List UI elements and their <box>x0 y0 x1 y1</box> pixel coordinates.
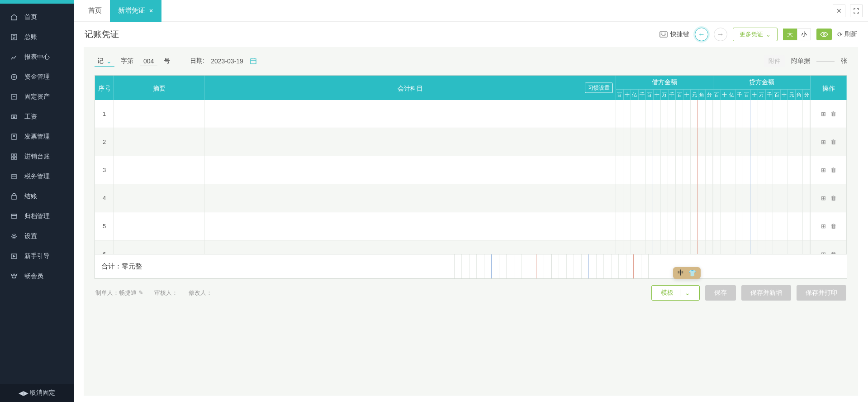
credit-cell[interactable] <box>713 184 811 212</box>
sheet-count-input[interactable] <box>816 61 835 62</box>
add-row-icon[interactable]: ⊞ <box>821 139 826 145</box>
summary-cell[interactable] <box>114 128 204 156</box>
summary-cell[interactable] <box>114 100 204 128</box>
attachment-button[interactable]: 附件 <box>764 55 785 67</box>
sidebar-item-archive[interactable]: 归档管理 <box>0 206 74 226</box>
summary-cell[interactable] <box>114 156 204 184</box>
delete-row-icon[interactable]: 🗑 <box>830 110 836 117</box>
inventory-icon <box>10 153 18 161</box>
row-ops-cell: ⊞🗑 <box>811 212 847 240</box>
sidebar-item-ledger[interactable]: 总账 <box>0 27 74 47</box>
save-button[interactable]: 保存 <box>705 285 736 301</box>
sidebar-unpin[interactable]: ◀▶ 取消固定 <box>0 384 74 402</box>
delete-row-icon[interactable]: 🗑 <box>830 167 836 173</box>
debit-cell[interactable] <box>616 240 713 254</box>
svg-rect-7 <box>14 154 17 156</box>
debit-cell[interactable] <box>616 100 713 128</box>
edit-icon[interactable]: ✎ <box>138 289 143 296</box>
size-small-button[interactable]: 小 <box>797 29 811 40</box>
debit-cell[interactable] <box>616 156 713 184</box>
save-print-button[interactable]: 保存并打印 <box>797 285 846 301</box>
summary-cell[interactable] <box>114 240 204 254</box>
table-row: 3 ⊞🗑 <box>95 156 847 184</box>
add-row-icon[interactable]: ⊞ <box>821 195 826 201</box>
voucher-form: 记⌄ 字第 004 号 日期: 2023-03-19 附件 附单据 张 序号 摘… <box>84 47 858 396</box>
subject-cell[interactable] <box>204 156 616 184</box>
keyboard-icon <box>659 31 668 38</box>
credit-digits: 百十亿千百十万千百十元角分 <box>713 90 810 100</box>
tab-home[interactable]: 首页 <box>80 0 110 22</box>
sidebar-item-settings[interactable]: 设置 <box>0 226 74 246</box>
delete-row-icon[interactable]: 🗑 <box>830 251 836 254</box>
page-title: 记账凭证 <box>85 29 119 40</box>
summary-cell[interactable] <box>114 184 204 212</box>
debit-cell[interactable] <box>616 184 713 212</box>
voucher-date[interactable]: 2023-03-19 <box>211 57 243 65</box>
credit-cell[interactable] <box>713 240 811 254</box>
prev-voucher-button[interactable]: ← <box>695 28 708 41</box>
summary-cell[interactable] <box>114 212 204 240</box>
creator-info: 制单人：畅捷通 ✎ <box>95 289 143 297</box>
number-suffix-label: 号 <box>164 57 170 65</box>
refresh-button[interactable]: ⟳刷新 <box>837 30 857 38</box>
debit-cell[interactable] <box>616 128 713 156</box>
subject-cell[interactable] <box>204 184 616 212</box>
voucher-type-select[interactable]: 记⌄ <box>95 56 114 67</box>
credit-cell[interactable] <box>713 128 811 156</box>
summary-input[interactable] <box>114 104 204 124</box>
row-ops-cell: ⊞🗑 <box>811 100 847 128</box>
credit-cell[interactable] <box>713 156 811 184</box>
fullscreen-button[interactable] <box>850 5 863 17</box>
sidebar-item-inventory[interactable]: 进销台账 <box>0 147 74 167</box>
sidebar-item-invoice[interactable]: 发票管理 <box>0 127 74 147</box>
add-row-icon[interactable]: ⊞ <box>821 251 826 254</box>
svg-point-16 <box>823 34 825 35</box>
sidebar-item-salary[interactable]: 工资 <box>0 107 74 127</box>
add-row-icon[interactable]: ⊞ <box>821 110 826 117</box>
header-subject: 会计科目习惯设置 <box>204 76 616 100</box>
sidebar-item-fund[interactable]: 资金管理 <box>0 67 74 87</box>
sidebar-item-reports[interactable]: 报表中心 <box>0 47 74 67</box>
preview-button[interactable] <box>816 29 832 40</box>
total-debit <box>455 254 552 278</box>
sidebar-item-guide[interactable]: 新手引导 <box>0 246 74 266</box>
ime-indicator[interactable]: 中 👕 <box>673 267 701 279</box>
invoice-icon <box>10 133 18 141</box>
template-button[interactable]: 模板⌄ <box>651 285 700 301</box>
delete-row-icon[interactable]: 🗑 <box>830 139 836 145</box>
sidebar-menu: 首页 总账 报表中心 资金管理 固定资产 工资 发票管理 进销台账 税务管理 结… <box>0 4 74 384</box>
subject-cell[interactable] <box>204 100 616 128</box>
add-row-icon[interactable]: ⊞ <box>821 167 826 173</box>
chevron-down-icon[interactable]: ⌄ <box>680 289 690 297</box>
close-icon[interactable]: ✕ <box>149 8 153 14</box>
tabs-bar: 首页 新增凭证✕ ✕ <box>74 0 868 22</box>
delete-row-icon[interactable]: 🗑 <box>830 195 836 201</box>
sidebar-item-tax[interactable]: 税务管理 <box>0 167 74 187</box>
save-new-button[interactable]: 保存并新增 <box>741 285 791 301</box>
next-voucher-button[interactable]: → <box>714 28 727 41</box>
close-panel-button[interactable]: ✕ <box>833 5 845 17</box>
size-large-button[interactable]: 大 <box>783 29 797 40</box>
ime-skin-icon[interactable]: 👕 <box>688 269 696 277</box>
credit-cell[interactable] <box>713 212 811 240</box>
habit-settings-button[interactable]: 习惯设置 <box>585 83 613 93</box>
sidebar-item-home[interactable]: 首页 <box>0 7 74 27</box>
more-vouchers-button[interactable]: 更多凭证⌄ <box>733 28 778 41</box>
add-row-icon[interactable]: ⊞ <box>821 223 826 230</box>
subject-cell[interactable] <box>204 212 616 240</box>
credit-cell[interactable] <box>713 100 811 128</box>
ledger-icon <box>10 33 18 41</box>
sidebar-item-vip[interactable]: 畅会员 <box>0 266 74 286</box>
chevron-down-icon: ⌄ <box>766 31 771 38</box>
subject-cell[interactable] <box>204 128 616 156</box>
subject-cell[interactable] <box>204 240 616 254</box>
delete-row-icon[interactable]: 🗑 <box>830 223 836 230</box>
sidebar-item-close[interactable]: 结账 <box>0 187 74 206</box>
calendar-icon[interactable] <box>250 57 257 65</box>
sidebar-item-asset[interactable]: 固定资产 <box>0 87 74 107</box>
voucher-number[interactable]: 004 <box>140 57 157 66</box>
sidebar-item-label: 税务管理 <box>24 172 50 181</box>
debit-cell[interactable] <box>616 212 713 240</box>
tab-new-voucher[interactable]: 新增凭证✕ <box>110 0 161 22</box>
shortcut-hint[interactable]: 快捷键 <box>659 30 689 38</box>
